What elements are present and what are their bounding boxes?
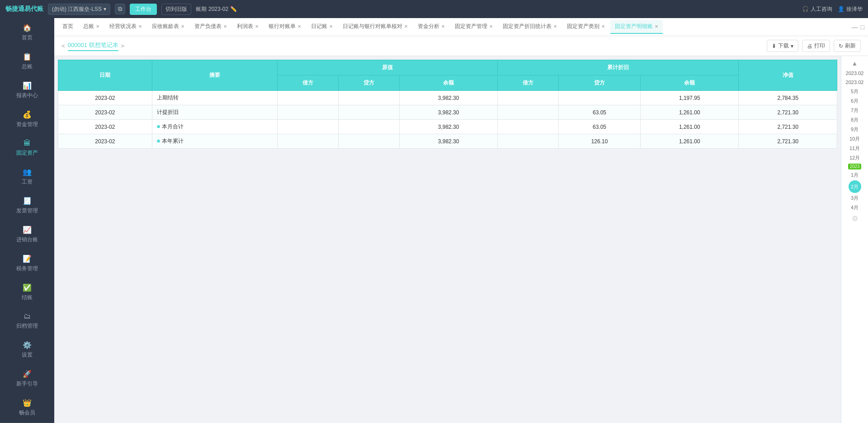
period-display: 账期 2023-02 ✏️	[196, 5, 237, 13]
tab-fixed-mgmt-label: 固定资产管理	[455, 23, 487, 30]
refresh-icon: ↻	[839, 43, 843, 49]
company-selector[interactable]: (勿动) 江西服垒-LSS ▾	[48, 4, 110, 15]
capital-icon: 💰	[23, 110, 32, 119]
cell-orig-credit	[339, 105, 400, 120]
workbench-button[interactable]: 工作台	[130, 4, 157, 15]
sales-icon: 📈	[23, 226, 32, 234]
tab-home[interactable]: 首页	[58, 20, 78, 34]
cal-month-3[interactable]: 3月	[841, 193, 868, 203]
sidebar-item-capital[interactable]: 💰 资金管理	[0, 105, 54, 134]
table-area: 日期 摘要 原值 累计折旧 净值 借方 贷方 余额 借方 贷方 余额	[54, 56, 841, 423]
tab-ledger[interactable]: 总账 ✕	[79, 20, 104, 34]
calendar-panel: ▲ 2023.02 2023.02 5月 6月 7月 8月 9月 10月 11月…	[841, 56, 868, 423]
tab-capital[interactable]: 资金分析 ✕	[413, 20, 449, 34]
sidebar-item-home[interactable]: 🏠 首页	[0, 18, 54, 47]
th-dep-balance: 余额	[641, 75, 739, 91]
tab-fixed-dep[interactable]: 固定资产折旧统计表 ✕	[498, 20, 561, 34]
breadcrumb: < 000001 联想笔记本 >	[61, 41, 124, 51]
tab-business-label: 经营状况表	[109, 23, 137, 30]
support-icon: 🎧	[802, 6, 809, 12]
sidebar-item-ledger[interactable]: 📋 总账	[0, 47, 54, 76]
tab-fixed-dep-close[interactable]: ✕	[553, 24, 557, 29]
calendar-settings-icon[interactable]: ⚙	[850, 212, 860, 225]
tab-journal-bank-close[interactable]: ✕	[404, 24, 408, 29]
tab-business-close[interactable]: ✕	[138, 24, 142, 29]
tab-assets-close[interactable]: ✕	[223, 24, 227, 29]
cal-month-6[interactable]: 6月	[841, 96, 868, 106]
sidebar-item-archive[interactable]: 🗂 归档管理	[0, 307, 54, 335]
switch-version-button[interactable]: 切到旧版	[161, 4, 191, 15]
table-row: 2023-02 ■本月合计 3,982.30 63.05 1,261.00 2,…	[58, 120, 837, 134]
download-button[interactable]: ⬇ 下载 ▾	[767, 40, 798, 52]
tab-journal[interactable]: 日记账 ✕	[307, 20, 337, 34]
tab-bank-close[interactable]: ✕	[297, 24, 301, 29]
period-edit-icon[interactable]: ✏️	[230, 6, 237, 12]
tab-fixed-detail[interactable]: 固定资产明细账 ✕	[610, 20, 663, 34]
sidebar-item-guide[interactable]: 🚀 新手引导	[0, 364, 54, 393]
cal-month-1[interactable]: 1月	[841, 170, 868, 180]
support-button[interactable]: 🎧 人工咨询	[802, 5, 832, 13]
cal-month-4[interactable]: 4月	[841, 203, 868, 212]
user-menu[interactable]: 👤 徐泽华	[838, 5, 863, 13]
tab-fixed-mgmt[interactable]: 固定资产管理 ✕	[450, 20, 497, 34]
sidebar-item-tax[interactable]: 📝 税务管理	[0, 249, 54, 278]
tab-fixed-detail-close[interactable]: ✕	[655, 24, 658, 29]
sidebar-item-settings[interactable]: ⚙️ 设置	[0, 335, 54, 364]
cell-orig-credit	[339, 91, 400, 105]
sidebar-item-payroll[interactable]: 👥 工资	[0, 162, 54, 191]
tab-journal-bank[interactable]: 日记账与银行对账单核对 ✕	[338, 20, 412, 34]
cell-orig-balance: 3,982.30	[399, 105, 497, 120]
tab-profit-close[interactable]: ✕	[255, 24, 259, 29]
sidebar-item-fixed[interactable]: 🏛 固定资产	[0, 134, 54, 162]
sidebar-label-member: 畅会员	[19, 409, 35, 417]
tab-receivable[interactable]: 应收账龄表 ✕	[147, 20, 189, 34]
sidebar-item-invoice[interactable]: 🧾 发票管理	[0, 191, 54, 220]
tab-journal-close[interactable]: ✕	[329, 24, 333, 29]
tab-fixed-cat-close[interactable]: ✕	[601, 24, 605, 29]
sidebar-item-reports[interactable]: 📊 报表中心	[0, 76, 54, 105]
th-orig-credit: 贷方	[339, 75, 400, 91]
tab-bank[interactable]: 银行对账单 ✕	[264, 20, 306, 34]
tab-profit[interactable]: 利润表 ✕	[232, 20, 263, 34]
cell-date: 2023-02	[58, 105, 152, 120]
refresh-button[interactable]: ↻ 刷新	[834, 40, 861, 52]
cal-month-11[interactable]: 11月	[841, 144, 868, 153]
sidebar-item-member[interactable]: 👑 畅会员	[0, 393, 54, 422]
cell-dep-credit: 63.05	[559, 120, 641, 134]
tab-receivable-close[interactable]: ✕	[181, 24, 184, 29]
tab-fixed-mgmt-close[interactable]: ✕	[489, 24, 493, 29]
tab-journal-bank-label: 日记账与银行对账单核对	[343, 23, 402, 30]
member-icon: 👑	[23, 399, 32, 407]
cal-month-10[interactable]: 10月	[841, 134, 868, 144]
download-arrow-icon: ▾	[791, 43, 793, 49]
print-button[interactable]: 🖨 打印	[802, 40, 830, 52]
tab-fixed-cat[interactable]: 固定资产类别 ✕	[562, 20, 609, 34]
main-layout: 🏠 首页 📋 总账 📊 报表中心 💰 资金管理 🏛 固定资产 👥 工资 🧾 发票…	[0, 18, 868, 423]
tab-business[interactable]: 经营状况表 ✕	[105, 20, 146, 34]
breadcrumb-forward[interactable]: >	[121, 42, 125, 49]
cal-month-8[interactable]: 8月	[841, 115, 868, 125]
tab-fixed-detail-label: 固定资产明细账	[615, 23, 653, 30]
cell-dep-balance: 1,261.00	[641, 105, 739, 120]
copy-button[interactable]: ⧉	[115, 4, 125, 14]
cal-month-5[interactable]: 5月	[841, 87, 868, 96]
calendar-scroll-up[interactable]: ▲	[850, 58, 860, 69]
tab-ledger-close[interactable]: ✕	[96, 24, 99, 29]
breadcrumb-back[interactable]: <	[61, 42, 65, 49]
cell-desc: ■本月合计	[152, 120, 278, 134]
cal-month-12[interactable]: 12月	[841, 153, 868, 163]
cal-month-2[interactable]: 2月	[849, 180, 861, 193]
sidebar-item-sales[interactable]: 📈 进销台账	[0, 220, 54, 249]
tab-profit-label: 利润表	[237, 23, 253, 30]
cell-date: 2023-02	[58, 134, 152, 149]
tab-assets[interactable]: 资产负债表 ✕	[190, 20, 231, 34]
cal-month-9[interactable]: 9月	[841, 125, 868, 134]
company-dropdown-icon: ▾	[104, 6, 106, 12]
tab-maximize-icon[interactable]: □	[861, 24, 864, 31]
tab-minimize-icon[interactable]: —	[852, 24, 858, 31]
cal-month-7[interactable]: 7月	[841, 106, 868, 115]
sidebar-label-tax: 税务管理	[16, 265, 38, 273]
breadcrumb-current[interactable]: 000001 联想笔记本	[68, 41, 118, 51]
sidebar-item-settle[interactable]: ✅ 结账	[0, 278, 54, 307]
tab-capital-close[interactable]: ✕	[441, 24, 445, 29]
